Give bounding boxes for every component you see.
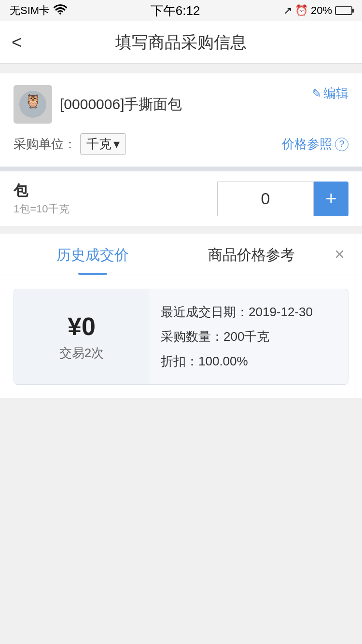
recent-date-row: 最近成交日期：2019-12-30 xyxy=(161,303,336,322)
carrier-text: 无SIM卡 xyxy=(10,3,50,18)
qty-conversion: 1包=10千克 xyxy=(14,202,70,216)
gray-divider xyxy=(0,167,362,171)
bottom-panel: 历史成交价 商品价格参考 × ¥0 交易2次 最近成交日期：2019-12-30… xyxy=(0,234,362,398)
recent-date-value: 2019-12-30 xyxy=(249,305,313,319)
discount-value: 100.00% xyxy=(198,354,248,368)
svg-text:🦉: 🦉 xyxy=(25,93,42,109)
tab-history-price[interactable]: 历史成交价 xyxy=(14,234,172,275)
product-header: 🦉 [0000006]手撕面包 ✎ 编辑 xyxy=(14,85,348,124)
status-left: 无SIM卡 xyxy=(10,3,67,18)
price-ref-label: 价格参照 xyxy=(282,136,332,153)
qty-detail-label: 采购数量： xyxy=(161,329,223,344)
unit-value: 千克 xyxy=(86,136,111,153)
price-card-left: ¥0 交易2次 xyxy=(14,289,149,384)
battery-icon xyxy=(335,6,352,15)
price-amount: ¥0 xyxy=(68,312,96,341)
qty-label-group: 包 1包=10千克 xyxy=(14,181,70,216)
edit-label: 编辑 xyxy=(323,85,348,102)
tabs: 历史成交价 商品价格参考 × xyxy=(0,234,362,275)
edit-button[interactable]: ✎ 编辑 xyxy=(312,85,348,102)
back-button[interactable]: < xyxy=(12,32,22,53)
battery-pct: 20% xyxy=(311,4,332,17)
product-card: 🦉 [0000006]手撕面包 ✎ 编辑 采购单位： 千克 ▾ 价格参照 ? xyxy=(0,73,362,167)
nav-bar: < 填写商品采购信息 xyxy=(0,21,362,64)
unit-group: 采购单位： 千克 ▾ xyxy=(14,133,126,155)
discount-row: 折扣：100.00% xyxy=(161,352,336,371)
panel-content: ¥0 交易2次 最近成交日期：2019-12-30 采购数量：200千克 折扣：… xyxy=(0,275,362,398)
qty-detail-value: 200千克 xyxy=(223,329,269,344)
main-background xyxy=(0,398,362,644)
tab-product-price-ref[interactable]: 商品价格参考 xyxy=(172,234,330,275)
quantity-row: 包 1包=10千克 + xyxy=(0,171,362,226)
price-ref-button[interactable]: 价格参照 ? xyxy=(282,136,348,153)
discount-label: 折扣： xyxy=(161,354,198,368)
qty-row-detail: 采购数量：200千克 xyxy=(161,327,336,346)
product-thumbnail: 🦉 xyxy=(14,85,52,124)
edit-icon: ✎ xyxy=(312,87,321,100)
unit-select[interactable]: 千克 ▾ xyxy=(80,133,126,155)
location-icon: ↗ xyxy=(283,4,292,17)
price-card: ¥0 交易2次 最近成交日期：2019-12-30 采购数量：200千克 折扣：… xyxy=(14,289,348,385)
product-name-group: [0000006]手撕面包 xyxy=(60,95,182,114)
product-unit-row: 采购单位： 千克 ▾ 价格参照 ? xyxy=(14,133,348,155)
status-right: ↗ ⏰ 20% xyxy=(283,4,352,17)
price-ref-help-icon: ? xyxy=(335,138,348,151)
status-time: 下午6:12 xyxy=(151,2,200,19)
alarm-icon: ⏰ xyxy=(295,4,308,17)
qty-unit: 包 xyxy=(14,181,70,201)
product-name: [0000006]手撕面包 xyxy=(60,96,182,112)
price-card-right: 最近成交日期：2019-12-30 采购数量：200千克 折扣：100.00% xyxy=(149,289,348,384)
wifi-icon xyxy=(54,4,67,17)
status-bar: 无SIM卡 下午6:12 ↗ ⏰ 20% xyxy=(0,0,362,21)
tab-close-button[interactable]: × xyxy=(331,244,348,265)
unit-label: 采购单位： xyxy=(14,136,76,153)
page-title: 填写商品采购信息 xyxy=(115,31,247,54)
qty-plus-button[interactable]: + xyxy=(314,182,348,216)
recent-date-label: 最近成交日期： xyxy=(161,305,249,319)
qty-control: + xyxy=(217,182,348,216)
price-count: 交易2次 xyxy=(59,345,104,362)
unit-dropdown-icon: ▾ xyxy=(113,137,120,152)
quantity-input[interactable] xyxy=(217,182,314,216)
product-left: 🦉 [0000006]手撕面包 xyxy=(14,85,182,124)
